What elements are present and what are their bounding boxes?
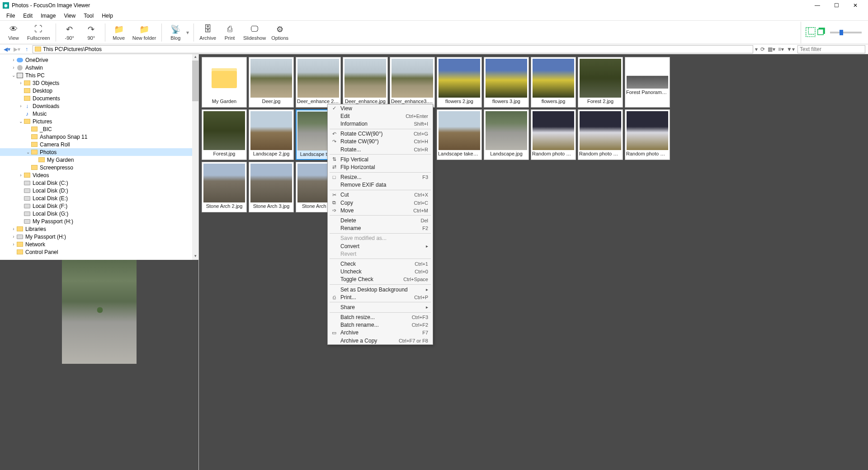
tree-node[interactable]: ⌄Pictures bbox=[0, 118, 198, 125]
tree-node[interactable]: Ashampoo Snap 11 bbox=[0, 133, 198, 141]
thumbnail[interactable]: Random photo wit... bbox=[578, 109, 623, 160]
close-button[interactable]: ✕ bbox=[849, 2, 862, 9]
thumbnail[interactable]: My Garden bbox=[202, 57, 247, 108]
thumbnail[interactable]: Deer_enhance.jpg bbox=[343, 57, 388, 108]
context-menu-item[interactable]: DeleteDel bbox=[328, 216, 433, 224]
thumbnail-preset-icon[interactable]: ⿺❐ bbox=[806, 27, 826, 38]
thumbnail[interactable]: flowers 3.jpg bbox=[484, 57, 529, 108]
context-menu-item[interactable]: Rotate...Ctrl+R bbox=[328, 146, 433, 153]
tree-node[interactable]: Local Disk (C:) bbox=[0, 179, 198, 187]
thumbnail[interactable]: Forest Panorama.jpg bbox=[625, 57, 670, 108]
context-menu-item[interactable]: ▭ArchiveF7 bbox=[328, 329, 433, 337]
view-mode-icon[interactable]: ▦▾ bbox=[768, 46, 775, 52]
tree-node[interactable]: Camera Roll bbox=[0, 141, 198, 148]
expand-icon[interactable]: ⌄ bbox=[11, 73, 16, 78]
tree-node[interactable]: ›Videos bbox=[0, 171, 198, 179]
slideshow-button[interactable]: 🖵Slideshow bbox=[241, 22, 269, 43]
newfolder-button[interactable]: 📁New folder bbox=[130, 22, 159, 43]
options-button[interactable]: ⚙Options bbox=[269, 22, 291, 43]
thumbnail[interactable]: Stone Arch 3.jpg bbox=[249, 162, 294, 212]
tree-node[interactable]: Local Disk (E:) bbox=[0, 194, 198, 202]
refresh-icon[interactable]: ⟳ bbox=[760, 46, 765, 52]
expand-icon[interactable]: › bbox=[18, 80, 24, 85]
context-menu-item[interactable]: CheckCtrl+1 bbox=[328, 260, 433, 268]
rotate-cw-button[interactable]: ↷90° bbox=[80, 22, 102, 43]
tree-node[interactable]: ›Ashwin bbox=[0, 64, 198, 71]
context-menu-item[interactable]: □Resize...F3 bbox=[328, 174, 433, 181]
menu-help[interactable]: Help bbox=[98, 12, 117, 20]
move-button[interactable]: 📁Move bbox=[108, 22, 130, 43]
tree-node[interactable]: Local Disk (D:) bbox=[0, 187, 198, 194]
context-menu-item[interactable]: Set as Desktop Background▸ bbox=[328, 286, 433, 293]
tree-node[interactable]: Local Disk (G:) bbox=[0, 210, 198, 217]
tree-node[interactable]: ›Libraries bbox=[0, 225, 198, 233]
menu-edit[interactable]: Edit bbox=[19, 12, 36, 20]
thumbnail-grid[interactable]: My GardenDeer.jpgDeer_enhance 2.jpgDeer_… bbox=[199, 54, 868, 470]
tree-node[interactable]: ♪Music bbox=[0, 110, 198, 118]
blog-button[interactable]: 📡Blog bbox=[165, 22, 186, 43]
expand-icon[interactable]: › bbox=[18, 173, 24, 178]
context-menu-item[interactable]: Batch resize...Ctrl+F3 bbox=[328, 314, 433, 321]
context-menu-item[interactable]: Convert▸ bbox=[328, 242, 433, 250]
filter-icon[interactable]: ▼▾ bbox=[787, 46, 795, 52]
context-menu-item[interactable]: Toggle CheckCtrl+Space bbox=[328, 276, 433, 283]
thumbnail[interactable]: Landscape.jpg bbox=[484, 109, 529, 160]
thumbnail[interactable]: flowers.jpg bbox=[531, 57, 576, 108]
nav-back-button[interactable]: ◀▾ bbox=[3, 45, 11, 53]
context-menu-item[interactable]: ⇅Flip Vertical bbox=[328, 155, 433, 163]
menu-file[interactable]: File bbox=[3, 12, 19, 20]
tree-node[interactable]: Screenpresso bbox=[0, 164, 198, 171]
tree-node[interactable]: ⌄Photos bbox=[0, 148, 198, 156]
tree-node[interactable]: Documents bbox=[0, 94, 198, 102]
expand-icon[interactable]: ⌄ bbox=[25, 150, 31, 155]
minimize-button[interactable]: — bbox=[811, 2, 824, 9]
context-menu-item[interactable]: ⇄Flip Horizontal bbox=[328, 163, 433, 171]
print-button[interactable]: ⎙Print bbox=[219, 22, 241, 43]
tree-node[interactable]: Desktop bbox=[0, 87, 198, 94]
expand-icon[interactable]: ⌄ bbox=[18, 119, 24, 124]
expand-icon[interactable]: › bbox=[18, 103, 24, 108]
thumbnail[interactable]: Deer_enhance3.jpg bbox=[390, 57, 435, 108]
view-button[interactable]: 👁View bbox=[3, 22, 24, 43]
archive-button[interactable]: 🗄Archive bbox=[197, 22, 219, 43]
context-menu-item[interactable]: ↷Rotate CW(90°)Ctrl+H bbox=[328, 138, 433, 146]
context-menu-item[interactable]: Batch rename...Ctrl+F2 bbox=[328, 321, 433, 329]
expand-icon[interactable]: › bbox=[11, 234, 16, 239]
menu-tool[interactable]: Tool bbox=[80, 12, 97, 20]
thumbnail[interactable]: flowers 2.jpg bbox=[437, 57, 482, 108]
expand-icon[interactable]: › bbox=[11, 242, 16, 247]
context-menu-item[interactable]: UncheckCtrl+0 bbox=[328, 268, 433, 276]
context-menu-item[interactable]: EditCtrl+Enter bbox=[328, 112, 433, 120]
expand-icon[interactable]: › bbox=[11, 57, 16, 62]
context-menu-item[interactable]: ⧉CopyCtrl+C bbox=[328, 199, 433, 207]
folder-tree[interactable]: ›OneDrive›Ashwin⌄This PC›3D ObjectsDeskt… bbox=[0, 54, 198, 260]
sort-icon[interactable]: ≡▾ bbox=[778, 46, 784, 52]
tree-node[interactable]: ›3D Objects bbox=[0, 79, 198, 87]
context-menu-item[interactable]: ↶Rotate CCW(90°)Ctrl+G bbox=[328, 130, 433, 138]
fullscreen-button[interactable]: ⛶Fullscreen bbox=[24, 22, 53, 43]
scrollbar-thumb[interactable] bbox=[192, 61, 198, 101]
path-dropdown-icon[interactable]: ▾ bbox=[755, 46, 758, 52]
tree-node[interactable]: ›OneDrive bbox=[0, 56, 198, 64]
slider-knob[interactable] bbox=[840, 30, 843, 35]
context-menu-item[interactable]: ⎙Print...Ctrl+P bbox=[328, 293, 433, 301]
context-menu-item[interactable]: Share▸ bbox=[328, 303, 433, 311]
tree-node[interactable]: ›↓Downloads bbox=[0, 102, 198, 110]
thumbnail[interactable]: Stone Arch 2.jpg bbox=[202, 162, 247, 212]
expand-icon[interactable]: › bbox=[11, 226, 16, 231]
thumbnail[interactable]: Random photo wit... bbox=[625, 109, 670, 160]
scroll-up-button[interactable]: ▴ bbox=[192, 54, 198, 61]
nav-forward-button[interactable]: ▶▾ bbox=[13, 45, 21, 53]
thumbnail[interactable]: Forest 2.jpg bbox=[578, 57, 623, 108]
thumbnail[interactable]: Landscape taken fr... bbox=[437, 109, 482, 160]
context-menu-item[interactable]: Archive a CopyCtrl+F7 or F8 bbox=[328, 337, 433, 344]
menu-image[interactable]: Image bbox=[37, 12, 59, 20]
tree-node[interactable]: ›My Passport (H:) bbox=[0, 233, 198, 240]
tree-node[interactable]: My Passport (H:) bbox=[0, 217, 198, 225]
thumbnail[interactable]: Landscape 2.jpg bbox=[249, 109, 294, 160]
nav-up-button[interactable]: ↑ bbox=[23, 45, 31, 53]
thumbnail[interactable]: Forest.jpg bbox=[202, 109, 247, 160]
context-menu-item[interactable]: ✂CutCtrl+X bbox=[328, 191, 433, 199]
tree-node[interactable]: _BIC bbox=[0, 125, 198, 133]
context-menu-item[interactable]: ✓View bbox=[328, 104, 433, 112]
